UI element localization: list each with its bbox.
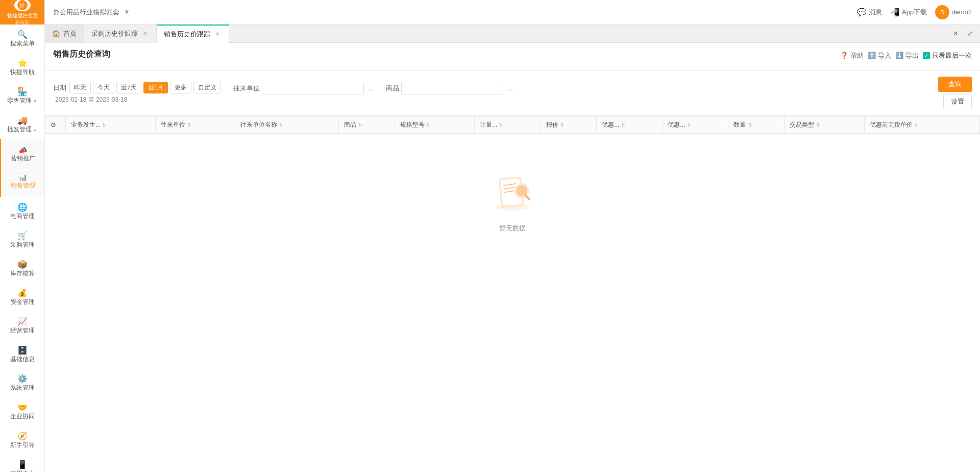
sidebar-item-cooperation[interactable]: 🤝 企业协同	[0, 397, 44, 426]
sidebar-label-search: 搜索菜单	[2, 39, 42, 48]
close-all-tabs-btn[interactable]: ✕	[949, 28, 962, 40]
query-button[interactable]: 查询	[938, 77, 972, 92]
date-btn-yesterday[interactable]: 昨天	[69, 82, 91, 93]
th-pre-tax-price[interactable]: 优惠前无税单价 ⇅	[864, 116, 980, 134]
th-label-quote: 报价	[546, 121, 558, 128]
th-quantity[interactable]: 数量 ⇅	[728, 116, 785, 134]
sidebar-item-inventory[interactable]: 📦 库存核算	[0, 254, 44, 283]
shop-icon: 🏪	[17, 87, 28, 97]
topbar: 办公用品行业模拟账套 ▼ 💬 消息 📲 App下载 D demo2	[45, 0, 980, 25]
main-area: 办公用品行业模拟账套 ▼ 💬 消息 📲 App下载 D demo2 🏠 首页 采…	[45, 0, 980, 472]
product-input[interactable]	[401, 82, 503, 95]
gear-icon[interactable]: ⚙	[51, 122, 56, 129]
app-name: 畅捷通好生意	[7, 12, 38, 19]
source-unit-ellipsis[interactable]: ...	[368, 84, 374, 92]
date-btn-custom[interactable]: 自定义	[193, 82, 221, 93]
app-logo[interactable]: 好 畅捷通好生意 标准版	[0, 0, 44, 25]
sidebar-item-system[interactable]: ⚙️ 系统管理	[0, 369, 44, 397]
sort-icon-discount1[interactable]: ⇅	[621, 122, 625, 128]
sidebar-label-retail: 零售管理	[7, 97, 32, 105]
avatar: D	[935, 5, 949, 19]
setting-button[interactable]: 设置	[943, 94, 972, 109]
sidebar-label-ecommerce: 电商管理	[2, 212, 42, 221]
apps-icon: 📱	[2, 460, 42, 469]
sort-icon-trade-type[interactable]: ⇅	[816, 122, 820, 128]
source-unit-input[interactable]	[262, 82, 364, 95]
help-btn[interactable]: ❓ 帮助	[840, 51, 864, 60]
sort-icon-quantity[interactable]: ⇅	[748, 122, 752, 128]
account-selector-label[interactable]: 办公用品行业模拟账套	[53, 8, 119, 17]
tab-home[interactable]: 🏠 首页	[45, 25, 84, 43]
date-btn-1month[interactable]: 近1月	[143, 82, 168, 93]
sidebar-item-search-menu[interactable]: 🔍 搜索菜单	[0, 25, 44, 53]
sidebar-item-basic[interactable]: 🗄️ 基础信息	[0, 340, 44, 369]
sidebar-label-apps: 应用中心	[2, 469, 42, 472]
sidebar-item-quick-nav[interactable]: ⭐ 快捷导航	[0, 53, 44, 82]
message-btn[interactable]: 💬 消息	[857, 8, 882, 17]
sort-icon-unit-name[interactable]: ⇅	[279, 122, 283, 128]
date-btn-7days[interactable]: 近7天	[116, 82, 141, 93]
export-btn[interactable]: ⬇️ 导出	[895, 51, 919, 60]
sidebar-item-purchase[interactable]: 🛒 采购管理	[0, 226, 44, 254]
sidebar-item-ecommerce[interactable]: 🌐 电商管理	[0, 197, 44, 226]
sidebar-item-apps[interactable]: 📱 应用中心	[0, 455, 44, 472]
sidebar-item-retail[interactable]: 🏪 零售管理 ▼	[0, 82, 44, 110]
sidebar-item-wholesale[interactable]: 🚚 批发管理 ▲	[0, 110, 44, 139]
tab-close-sales[interactable]: ✕	[213, 30, 222, 38]
sidebar-item-guide[interactable]: 🧭 新手引导	[0, 426, 44, 455]
sidebar-label-sales: 销售管理	[3, 181, 42, 190]
sort-icon-discount2[interactable]: ⇅	[687, 122, 691, 128]
sidebar-label-guide: 新手引导	[2, 441, 42, 450]
th-quote[interactable]: 报价 ⇅	[541, 116, 597, 134]
th-label-pre-tax-price: 优惠前无税单价	[870, 121, 913, 128]
sort-icon-pre-tax-price[interactable]: ⇅	[914, 122, 918, 128]
product-ellipsis[interactable]: ...	[507, 84, 513, 92]
sort-icon-quote[interactable]: ⇅	[560, 122, 564, 128]
import-btn[interactable]: ⬆️ 导入	[868, 51, 891, 60]
sort-icon-spec[interactable]: ⇅	[426, 122, 430, 128]
only-last-checkbox-label[interactable]: ✓ 只看最后一次	[923, 51, 972, 60]
th-discount2[interactable]: 优惠... ⇅	[663, 116, 728, 134]
sidebar-item-sales[interactable]: 📊 销售管理	[1, 168, 44, 195]
help-icon: ❓	[840, 52, 848, 59]
th-unit-name[interactable]: 往来单位名称 ⇅	[235, 116, 339, 134]
sidebar-label-marketing: 营销推广	[3, 154, 42, 163]
th-spec[interactable]: 规格型号 ⇅	[395, 116, 474, 134]
th-unit-code[interactable]: 往来单位 ⇅	[155, 116, 235, 134]
wallet-icon: 💰	[2, 288, 42, 298]
guide-icon: 🧭	[2, 431, 42, 441]
truck-icon: 🚚	[17, 115, 28, 125]
team-icon: 🤝	[2, 403, 42, 412]
tabs-actions: ✕ ⤢	[949, 28, 980, 40]
th-product[interactable]: 商品 ⇅	[339, 116, 395, 134]
th-trade-type[interactable]: 交易类型 ⇅	[785, 116, 864, 134]
dropdown-icon[interactable]: ▼	[124, 8, 130, 16]
sort-icon-unit-code[interactable]: ⇅	[187, 122, 191, 128]
user-menu[interactable]: D demo2	[935, 5, 972, 19]
th-unit[interactable]: 计量... ⇅	[475, 116, 541, 134]
sort-icon-unit[interactable]: ⇅	[499, 122, 503, 128]
sidebar-item-finance[interactable]: 💰 资金管理	[0, 283, 44, 312]
tab-close-purchase[interactable]: ✕	[141, 30, 149, 38]
sidebar-item-marketing[interactable]: 📣 营销推广	[1, 141, 44, 168]
th-label-quantity: 数量	[733, 121, 746, 128]
tab-sales-history[interactable]: 销售历史价跟踪 ✕	[157, 25, 229, 43]
th-label-unit-code: 往来单位	[161, 121, 185, 128]
maximize-btn[interactable]: ⤢	[964, 28, 976, 40]
tab-purchase-history[interactable]: 采购历史价跟踪 ✕	[84, 25, 157, 43]
th-label-biz-date: 业务发生...	[71, 121, 101, 128]
app-download-btn[interactable]: 📲 App下载	[890, 8, 927, 17]
sidebar-label-finance: 资金管理	[2, 298, 42, 306]
date-btn-more[interactable]: 更多	[170, 82, 191, 93]
database-icon: 🗄️	[2, 345, 42, 355]
th-settings[interactable]: ⚙	[45, 116, 66, 134]
th-biz-date[interactable]: 业务发生... ⇅	[66, 116, 156, 134]
sidebar-item-operations[interactable]: 📈 经营管理	[0, 312, 44, 340]
chevron-up-icon: ▲	[33, 127, 37, 132]
th-discount1[interactable]: 优惠... ⇅	[597, 116, 663, 134]
sidebar-label-cooperation: 企业协同	[2, 412, 42, 421]
date-btn-today[interactable]: 今天	[93, 82, 114, 93]
sidebar-label-inventory: 库存核算	[2, 269, 42, 278]
sort-icon-product[interactable]: ⇅	[358, 122, 362, 128]
sort-icon-biz-date[interactable]: ⇅	[102, 122, 106, 128]
